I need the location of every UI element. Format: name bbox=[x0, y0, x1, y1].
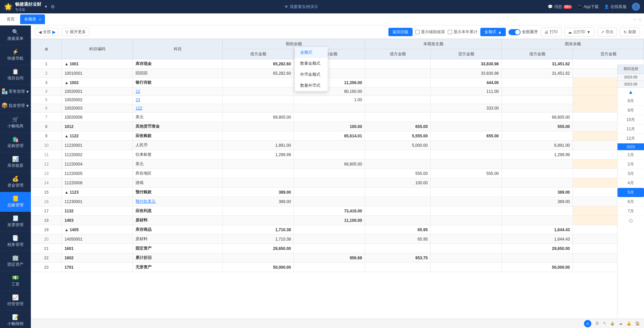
period-month-9[interactable]: 9月 bbox=[618, 106, 644, 115]
export-btn[interactable]: ↗ 导出 bbox=[597, 27, 617, 37]
table-row[interactable]: 710020006美元68,805.0068,805.00 bbox=[31, 113, 644, 122]
period-month-6[interactable]: 6月 bbox=[618, 197, 644, 207]
table-row[interactable]: 610020003122333.00333.00 bbox=[31, 104, 644, 113]
show-annual-checkbox[interactable]: 显示本年累计 bbox=[448, 29, 478, 35]
table-cell: 1,644.43 bbox=[502, 235, 573, 244]
table-row[interactable]: 2014050001原材料1,710.3865.951,644.43 bbox=[31, 235, 644, 244]
table-row[interactable]: 221602累计折旧956.68953.751,910.43 bbox=[31, 253, 644, 263]
table-row[interactable]: 181403原材料11,100.0011,100.00 bbox=[31, 216, 644, 225]
table-cell: 无形资产 bbox=[133, 263, 223, 272]
sidebar-item-purchase[interactable]: 🛍️ 采购管理 bbox=[0, 133, 31, 152]
tab-bar: 首页 余额表 × ─ □ bbox=[0, 13, 644, 25]
table-row[interactable]: 1611230001预付款美元389.00389.00 bbox=[31, 197, 644, 206]
tab-home[interactable]: 首页 bbox=[3, 14, 19, 24]
period-month-2[interactable]: 2月 bbox=[618, 160, 644, 169]
table-row[interactable]: 210010001回回回65,282.6033,830.9831,451.62 bbox=[31, 69, 644, 78]
demo-link[interactable]: 👁 我要看实例演示 bbox=[284, 4, 318, 10]
refresh-btn[interactable]: ↻ 刷新 bbox=[620, 27, 640, 37]
table-cell: 3 bbox=[31, 78, 62, 87]
tab-minimize[interactable]: ─ bbox=[633, 17, 636, 22]
table-row[interactable]: 1411220006游戏100.00100.00 bbox=[31, 178, 644, 188]
sidebar-item-reports[interactable]: 📝 小畅报销 bbox=[0, 311, 31, 328]
table-cell bbox=[294, 104, 365, 113]
sidebar-item-wholesale[interactable]: 📦 批发管理 ▼ bbox=[0, 99, 31, 113]
table-row[interactable]: 9▲ 1122应收账款65,614.015,555.00655.0060,714… bbox=[31, 131, 644, 141]
period-month-8[interactable]: 8月 bbox=[618, 96, 644, 106]
period-month-11[interactable]: 11月 bbox=[618, 125, 644, 134]
floating-btn-1[interactable]: ≡ bbox=[584, 320, 591, 327]
dropdown-item-qty-amount[interactable]: 数量金额式 bbox=[295, 58, 328, 69]
table-row[interactable]: 510020002231.001.00 bbox=[31, 96, 644, 104]
sidebar-item-salary[interactable]: 💵 工资 bbox=[0, 271, 31, 291]
table-cell: 68,805.00 bbox=[294, 159, 365, 169]
sidebar-item-assets[interactable]: 🏢 固定资产 bbox=[0, 251, 31, 271]
all-button[interactable]: ◀ 全部 ▶ bbox=[35, 28, 59, 36]
dropdown-item-foreign[interactable]: 外币金额式 bbox=[295, 69, 328, 80]
message-area[interactable]: 💬 消息 99+ bbox=[548, 4, 572, 10]
sidebar-item-operations[interactable]: 📈 经营管理 bbox=[0, 291, 31, 311]
mode-dropdown-btn[interactable]: 金额式 ▲ bbox=[480, 28, 506, 36]
tab-balance[interactable]: 余额表 × bbox=[20, 14, 45, 24]
table-row[interactable]: 4100200011280,160.00111.0080,271.00 bbox=[31, 87, 644, 96]
cur-credit-header: 贷方金额 bbox=[431, 49, 502, 59]
table-container[interactable]: ⚙ 科目编码 科目 期初余额 本期发生额 期末余额 借方金额 贷方金额 借方金额… bbox=[31, 39, 644, 319]
table-row[interactable]: 15▲ 1123预付账款389.00389.00 bbox=[31, 188, 644, 197]
expand-all-toggle[interactable]: 全部展开 bbox=[508, 29, 538, 35]
table-cell bbox=[502, 206, 573, 216]
table-row[interactable]: 171132应收利息73,416.0073,416.00 bbox=[31, 206, 644, 216]
table-row[interactable]: 211601固定资产29,650.0029,650.00 bbox=[31, 244, 644, 253]
return-old-btn[interactable]: 返回旧版 bbox=[388, 28, 413, 36]
dropdown-item-amount[interactable]: 金额式 bbox=[295, 47, 328, 58]
dropdown-arrow[interactable]: ▼ bbox=[44, 4, 48, 9]
table-row[interactable]: 1311220005所在地区555.00555.00 bbox=[31, 169, 644, 178]
toggle-switch-control[interactable] bbox=[508, 29, 521, 35]
cloud-print-btn[interactable]: ☁ 云打印 ▼ bbox=[564, 27, 594, 37]
print-btn[interactable]: 🖨 打印 bbox=[541, 27, 561, 37]
period-month-5[interactable]: 5月 bbox=[618, 188, 644, 197]
online-service[interactable]: 👤 在线客服 bbox=[604, 4, 627, 10]
settings-col-header[interactable]: ⚙ bbox=[31, 39, 62, 59]
period-month-1[interactable]: 1月 bbox=[618, 150, 644, 160]
table-cell: 原材料 bbox=[133, 235, 223, 244]
tab-close-btn[interactable]: × bbox=[39, 17, 41, 21]
table-row[interactable]: 3▲ 1002银行存款11,356.00444.0011,800.00 bbox=[31, 78, 644, 87]
sidebar-item-quicknav[interactable]: ⚡ 快捷导航 bbox=[0, 45, 31, 65]
sidebar-item-tax[interactable]: 📑 税务管理 bbox=[0, 232, 31, 251]
period-month-3[interactable]: 3月 bbox=[618, 169, 644, 179]
expand-button[interactable]: ▽ 展开更多 bbox=[62, 28, 90, 36]
sidebar-item-ecommerce[interactable]: 🛒 小畅电商 bbox=[0, 113, 31, 133]
table-row[interactable]: 1211220004美元68,805.0068,805.00 bbox=[31, 159, 644, 169]
settings-icon[interactable]: ⚙ bbox=[51, 4, 55, 9]
sidebar-item-search[interactable]: 🔍 搜索菜单 bbox=[0, 25, 31, 45]
tab-maximize[interactable]: □ bbox=[639, 17, 641, 22]
table-row[interactable]: 1111220002往来标签1,299.991,299.99 bbox=[31, 150, 644, 159]
period-month-4[interactable]: 4月 bbox=[618, 179, 644, 188]
app-download[interactable]: 📱 App下载 bbox=[577, 4, 599, 10]
period-month-7[interactable]: 7月 bbox=[618, 207, 644, 216]
sidebar-item-retail[interactable]: 🏪 零售管理 ▼ bbox=[0, 85, 31, 99]
show-aux-checkbox[interactable]: 显示辅助核算 bbox=[415, 29, 445, 35]
period-up-nav[interactable]: ▲ bbox=[618, 88, 644, 96]
table-row[interactable]: 231701无形资产50,000.0050,000.00 bbox=[31, 263, 644, 272]
table-row[interactable]: 1011220001人民币1,891.005,000.006,891.00 bbox=[31, 141, 644, 150]
content-area: ◀ 全部 ▶ ▽ 展开更多 返回旧版 显示辅助核算 显示本年累计 bbox=[31, 25, 644, 328]
period-month-10[interactable]: 10月 bbox=[618, 115, 644, 125]
sidebar-item-contract[interactable]: 📋 项目合同 bbox=[0, 65, 31, 85]
table-cell: 33,830.98 bbox=[431, 69, 502, 78]
table-cell: 18 bbox=[31, 216, 62, 225]
wholesale-arrow: ▼ bbox=[25, 104, 30, 108]
table-cell: 29,650.00 bbox=[502, 244, 573, 253]
sidebar-item-inventory[interactable]: 📊 库存核算 bbox=[0, 152, 31, 172]
sidebar-item-ledger[interactable]: 📒 总账管理 bbox=[0, 192, 31, 212]
period-down-nav[interactable]: ⊙ bbox=[618, 216, 644, 225]
sidebar-item-invoice[interactable]: 🧾 发票管理 bbox=[0, 212, 31, 232]
user-area[interactable]: 👤 bbox=[632, 3, 640, 11]
table-row[interactable]: 19▲ 1405库存商品1,710.3865.951,644.43 bbox=[31, 225, 644, 235]
sidebar-item-capital[interactable]: 💰 资金管理 bbox=[0, 172, 31, 192]
period-month-12[interactable]: 12月 bbox=[618, 134, 644, 143]
table-row[interactable]: 81012其他货币资金100.00655.00555.00 bbox=[31, 122, 644, 131]
subject-code-header: 科目编码 bbox=[62, 39, 133, 59]
dropdown-item-qty-foreign[interactable]: 数量外币式 bbox=[295, 80, 328, 91]
table-cell bbox=[502, 253, 573, 263]
table-row[interactable]: 1▲ 1001库存现金65,282.6033,830.9831,451.62 bbox=[31, 59, 644, 69]
